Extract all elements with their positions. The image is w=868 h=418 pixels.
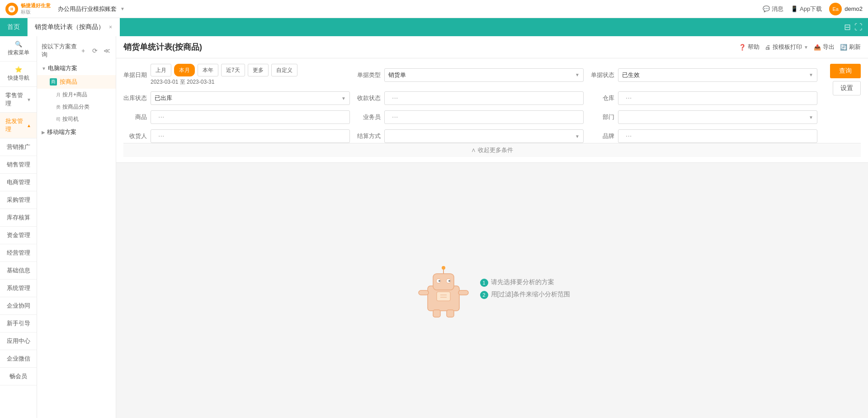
sidebar-item-wholesale[interactable]: 批发管理 ▲ <box>0 113 37 138</box>
purchase-label: 采购管理 <box>7 196 30 204</box>
brand-dots-icon[interactable]: ··· <box>626 132 632 140</box>
sidebar-item-wechat[interactable]: 企业微信 <box>0 350 37 368</box>
brand-input[interactable]: ··· <box>618 129 817 143</box>
tab-active[interactable]: 销货单统计表（按商品） × <box>28 18 120 36</box>
sidebar-item-operations[interactable]: 经营管理 <box>0 244 37 262</box>
brand-control[interactable]: ··· <box>618 129 817 143</box>
salesperson-dots-icon[interactable]: ··· <box>392 113 398 121</box>
bill-type-control[interactable]: 销货单 ▼ <box>384 68 584 82</box>
warehouse-control[interactable]: ··· <box>618 91 817 105</box>
receipt-status-label: 收款状态 <box>357 94 381 102</box>
sidebar-item-ecommerce[interactable]: 电商管理 <box>0 174 37 191</box>
dept-control[interactable]: ▼ <box>618 110 817 124</box>
message-btn[interactable]: 💬 消息 <box>763 5 783 13</box>
scheme-by-category[interactable]: 类 按商品分类 <box>37 101 116 113</box>
scheme-by-month-goods[interactable]: 月 按月+商品 <box>37 89 116 101</box>
by-goods-icon: 商 <box>50 78 57 86</box>
receipt-status-input[interactable]: ··· <box>384 91 584 105</box>
sidebar-item-newbie[interactable]: 新手引导 <box>0 315 37 332</box>
settlement-control[interactable]: ▼ <box>384 129 584 143</box>
dept-select[interactable]: ▼ <box>618 110 817 124</box>
sidebar-item-marketing[interactable]: 营销推广 <box>0 138 37 156</box>
filter-receipt-status-item: 收款状态 ··· <box>357 91 591 105</box>
svg-rect-11 <box>447 310 454 317</box>
svg-rect-10 <box>433 310 440 317</box>
scheme-by-driver[interactable]: 司 按司机 <box>37 113 116 125</box>
out-status-select[interactable]: 已出库 ▼ <box>151 91 350 105</box>
sidebar-item-vip[interactable]: 畅会员 <box>0 368 37 385</box>
svg-rect-8 <box>419 290 429 295</box>
sidebar-item-apps[interactable]: 应用中心 <box>0 332 37 350</box>
date-7days-btn[interactable]: 近7天 <box>221 64 245 76</box>
receipt-status-control[interactable]: ··· <box>384 91 584 105</box>
out-status-control[interactable]: 已出库 ▼ <box>151 91 350 105</box>
help-label: 帮助 <box>748 43 760 51</box>
bill-status-select[interactable]: 已生效 ▼ <box>618 68 817 82</box>
refresh-btn[interactable]: 🔄 刷新 <box>840 43 861 51</box>
sidebar-item-purchase[interactable]: 采购管理 <box>0 191 37 209</box>
scheme-by-goods[interactable]: 商 按商品 <box>37 75 116 89</box>
consignee-dots-icon[interactable]: ··· <box>158 132 164 140</box>
newbie-label: 新手引导 <box>7 319 30 328</box>
setting-btn[interactable]: 设置 <box>833 81 861 95</box>
sidebar-item-sales[interactable]: 销售管理 <box>0 156 37 174</box>
scheme-refresh-btn[interactable]: ⟳ <box>90 46 99 55</box>
consignee-input[interactable]: ··· <box>151 129 350 143</box>
sidebar-item-retail[interactable]: 零售管理 ▼ <box>0 87 37 113</box>
sidebar-item-system[interactable]: 系统管理 <box>0 280 37 297</box>
tab-active-label: 销货单统计表（按商品） <box>35 23 104 31</box>
app-download-btn[interactable]: 📱 App下载 <box>791 5 822 13</box>
pc-scheme-title[interactable]: ▼ 电脑端方案 <box>37 62 116 75</box>
scheme-collapse-btn[interactable]: ≪ <box>102 46 111 55</box>
date-control: 上月 本月 本年 近7天 更多 自定义 2023-03-01 至 2023-03… <box>151 64 350 86</box>
mobile-scheme-title[interactable]: ▶ 移动端方案 <box>37 125 116 139</box>
user-area[interactable]: Ea demo2 <box>829 3 863 15</box>
tab-fullscreen-btn[interactable]: ⛶ <box>854 23 863 32</box>
export-btn[interactable]: 📤 导出 <box>814 43 835 51</box>
sidebar-item-finance[interactable]: 资金管理 <box>0 227 37 244</box>
date-prev-month-btn[interactable]: 上月 <box>151 64 171 76</box>
date-this-year-btn[interactable]: 本年 <box>198 64 218 76</box>
svg-rect-9 <box>458 290 468 295</box>
refresh-icon: 🔄 <box>840 44 847 51</box>
filter-row-1: 单据日期 上月 本月 本年 近7天 更多 自定义 20 <box>123 64 861 143</box>
tab-home[interactable]: 首页 <box>0 18 28 36</box>
scheme-add-btn[interactable]: + <box>79 46 88 55</box>
collapse-row[interactable]: ∧ 收起更多条件 <box>123 143 861 157</box>
warehouse-input[interactable]: ··· <box>618 91 817 105</box>
sidebar-item-collab[interactable]: 企业协同 <box>0 297 37 315</box>
date-filter-area: 上月 本月 本年 近7天 更多 自定义 <box>151 64 350 76</box>
consignee-control[interactable]: ··· <box>151 129 350 143</box>
bill-status-control[interactable]: 已生效 ▼ <box>618 68 817 82</box>
driver-icon: 司 <box>56 116 61 123</box>
warehouse-dots-icon[interactable]: ··· <box>626 94 632 102</box>
filter-date-item: 单据日期 上月 本月 本年 近7天 更多 自定义 20 <box>123 64 357 86</box>
print-btn[interactable]: 🖨 按模板打印 ▼ <box>765 43 808 51</box>
date-range-text: 2023-03-01 至 2023-03-31 <box>151 78 350 86</box>
empty-tip-2: 2 用[过滤]条件来缩小分析范围 <box>480 290 571 299</box>
date-this-month-btn[interactable]: 本月 <box>174 64 195 76</box>
goods-dots-icon[interactable]: ··· <box>158 113 164 121</box>
dept-label: 部门 <box>591 113 614 121</box>
sidebar-item-basic[interactable]: 基础信息 <box>0 262 37 280</box>
app-dropdown-arrow[interactable]: ▼ <box>120 6 125 11</box>
query-btn[interactable]: 查询 <box>830 64 861 78</box>
sidebar-quick-nav[interactable]: ⭐ 快捷导航 <box>0 62 37 87</box>
date-custom-btn[interactable]: 自定义 <box>271 64 297 76</box>
goods-control[interactable]: ··· <box>151 110 350 124</box>
tab-close-icon[interactable]: × <box>109 24 112 30</box>
logo-text: 畅捷通好生意 <box>21 3 51 9</box>
tab-close-btn[interactable]: ⊟ <box>844 22 851 32</box>
help-btn[interactable]: ❓ 帮助 <box>739 43 760 51</box>
sidebar-item-stock[interactable]: 库存核算 <box>0 209 37 227</box>
bill-type-select[interactable]: 销货单 ▼ <box>384 68 584 82</box>
basic-label: 基础信息 <box>7 266 30 275</box>
salesperson-control[interactable]: ··· <box>384 110 584 124</box>
sidebar-search[interactable]: 🔍 搜索菜单 <box>0 36 37 62</box>
goods-input[interactable]: ··· <box>151 110 350 124</box>
date-more-btn[interactable]: 更多 <box>248 64 269 76</box>
salesperson-input[interactable]: ··· <box>384 110 584 124</box>
receipt-dots-icon[interactable]: ··· <box>392 94 398 102</box>
sales-label: 销售管理 <box>7 161 30 169</box>
settlement-select[interactable]: ▼ <box>384 129 584 143</box>
